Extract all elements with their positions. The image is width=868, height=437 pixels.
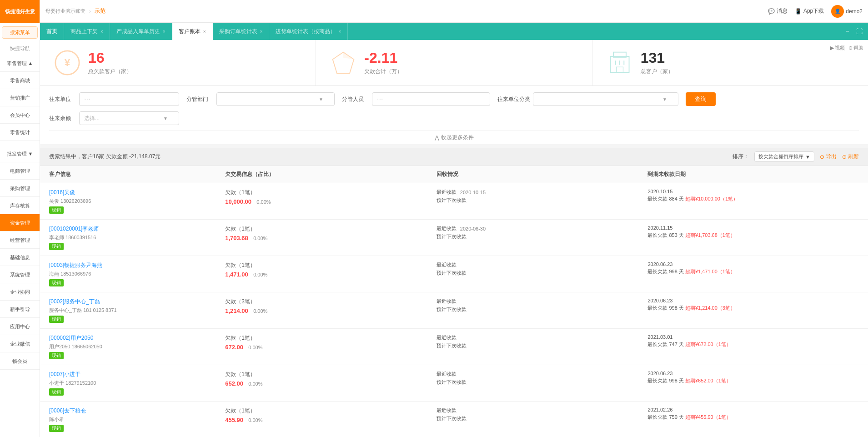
sidebar-item-app-center[interactable]: 应用中心 [0,318,40,335]
tab-customer-account[interactable]: 客户账本 × [172,23,213,40]
user-menu[interactable]: 👤 demo2 [831,5,863,18]
overdue-link-1[interactable]: 超期¥10,000.00（1笔） [685,196,738,201]
table-row: [000002]用户2050 用户2050 18665062050 现销 欠款（… [40,329,868,365]
building-icon [606,49,633,76]
stat-card-total: 131 总客户（家） ▶ 视频 ⊙ 帮助 [592,40,868,85]
main-area: 母婴行业演示账套 › 示范 💬 消息 📱 App下载 👤 demo2 [40,0,868,437]
svg-rect-9 [616,67,623,72]
sidebar-item-retail-stats[interactable]: 零售统计 [0,124,40,141]
unit-category-select[interactable]: ▼ [533,92,678,106]
sidebar-item-corp-collab[interactable]: 企业协同 [0,283,40,301]
overdue-link-7[interactable]: 超期¥455.90（1笔） [685,414,731,420]
from-unit-label: 往来单位 [49,95,76,103]
tab-inbound-stats[interactable]: 进货单统计表（按商品） × [269,23,348,40]
app-download-button[interactable]: 📱 App下载 [795,7,824,15]
sidebar-item-vip-member[interactable]: 畅会员 [0,352,40,370]
tab-customer-account-close[interactable]: × [203,29,206,34]
sort-select[interactable]: 按欠款金额倒序排序 ▼ [754,151,814,162]
minimize-button[interactable]: － [843,26,853,36]
col-header-date: 到期未收款日期 [647,171,859,178]
tab-home-label: 首页 [46,28,57,35]
overdue-link-4[interactable]: 超期¥1,214.00（3笔） [685,305,735,311]
customer-name-2[interactable]: [0001020001]李老师 [49,225,225,233]
sidebar-item-purchase-mgmt[interactable]: 采购管理 [0,180,40,197]
company-name: 母婴行业演示账套 [45,8,85,15]
sidebar-item-member[interactable]: 会员中心 [0,106,40,124]
sort-label: 排序： [733,153,749,161]
customer-tag-4: 现销 [49,316,64,323]
customer-phone-3: 海燕 18513066976 [49,271,225,277]
table-row: [0002]服务中心_丁磊 服务中心_丁磊 181 0125 8371 现销 欠… [40,292,868,329]
debt-amount-3: 1,471.00 [225,271,248,278]
customer-name-7[interactable]: [0006]去下粮仓 [49,407,225,415]
sidebar-item-finance[interactable]: 资金管理 [0,214,40,231]
customer-name-1[interactable]: [0016]吴俊 [49,189,225,196]
sidebar-item-warehouse[interactable]: 库存核算 [0,197,40,214]
balance-select[interactable]: 选择... ▼ [79,111,179,125]
sidebar-item-basic-info[interactable]: 基础信息 [0,249,40,266]
customer-phone-5: 用户2050 18665062050 [49,343,225,350]
tab-customer-account-label: 客户账本 [179,28,201,35]
date-info-3: 2020.06.23 最长欠款 998 天 超期¥1,471.00（1笔） [647,261,859,276]
collapse-icon: ⋀ [435,135,439,141]
maximize-button[interactable]: ⛶ [854,27,864,36]
sidebar-item-new-guide[interactable]: 新手引导 [0,301,40,318]
stat-label-debt: 欠款合计（万） [364,68,402,75]
quick-nav[interactable]: 快捷导航 [0,42,40,55]
tab-home[interactable]: 首页 [40,23,64,40]
tab-production[interactable]: 产成品入库单历史 × [110,23,172,40]
sidebar-item-batch-mgmt[interactable]: 批发管理 ▼ [0,145,40,162]
search-button[interactable]: 查询 [686,92,716,106]
customer-name-5[interactable]: [000002]用户2050 [49,334,225,342]
debt-count-1: 欠款（1笔） [225,189,437,196]
col-header-recovery: 回收情况 [437,171,648,178]
tab-products[interactable]: 商品上下架 × [64,23,110,40]
debt-percent-6: 0.00% [248,381,262,387]
sidebar-nav: 零售管理 ▲ 零售商城 营销推广 会员中心 零售统计 批发管理 ▼ 电商管理 [0,55,40,437]
collapse-button[interactable]: ⋀ 收起更多条件 [49,131,859,144]
tab-purchase-stats-close[interactable]: × [260,29,263,34]
sidebar-item-retail-mgmt[interactable]: 零售管理 ▲ [0,55,40,72]
export-button[interactable]: ⊙ 导出 [820,153,837,161]
overdue-link-6[interactable]: 超期¥652.00（1笔） [685,378,731,383]
sidebar-item-corp-wechat[interactable]: 企业微信 [0,335,40,352]
stat-card-debt: -2.11 欠款合计（万） [316,40,592,85]
tab-products-close[interactable]: × [100,29,103,34]
person-input[interactable]: ··· [372,92,490,106]
tab-inbound-stats-close[interactable]: × [338,29,341,34]
customer-name-4[interactable]: [0002]服务中心_丁磊 [49,298,225,306]
refresh-button[interactable]: ⊙ 刷新 [842,153,859,161]
from-unit-input[interactable]: ··· [79,92,179,106]
overdue-link-3[interactable]: 超期¥1,471.00（1笔） [685,269,735,274]
customer-tag-3: 现销 [49,279,64,286]
customer-phone-2: 李老师 18600391516 [49,234,225,241]
overdue-link-2[interactable]: 超期¥1,703.68（1笔） [685,232,735,238]
debt-amount-4: 1,214.00 [225,307,248,314]
tab-actions: － ⛶ [839,23,868,40]
sidebar-item-ecom-mgmt[interactable]: 电商管理 [0,162,40,180]
sidebar-item-ops-mgmt[interactable]: 经营管理 [0,231,40,249]
sidebar-item-retail-mall[interactable]: 零售商城 [0,72,40,89]
col-header-customer: 客户信息 [49,171,225,178]
customer-name-6[interactable]: [0007]小进干 [49,371,225,378]
tab-purchase-stats[interactable]: 采购订单统计表 × [213,23,270,40]
search-menu-button[interactable]: 搜索菜单 [2,26,38,39]
video-button[interactable]: ▶ 视频 [830,45,845,51]
debt-info-6: 欠款（1笔） 652.00 0.00% [225,371,437,387]
debt-info-4: 欠款（3笔） 1,214.00 0.00% [225,298,437,314]
tab-products-label: 商品上下架 [70,28,98,35]
message-button[interactable]: 💬 消息 [768,7,788,15]
help-button[interactable]: ⊙ 帮助 [848,45,863,51]
balance-chevron-icon: ▼ [163,116,168,121]
overdue-link-5[interactable]: 超期¥672.00（1笔） [685,342,731,347]
table-row: [0003]畅捷服务尹海燕 海燕 18513066976 现销 欠款（1笔） 1… [40,256,868,292]
tab-production-close[interactable]: × [163,29,166,34]
customer-name-3[interactable]: [0003]畅捷服务尹海燕 [49,261,225,269]
sidebar-item-sys-mgmt[interactable]: 系统管理 [0,266,40,283]
debt-percent-5: 0.00% [248,345,262,350]
sidebar-item-marketing[interactable]: 营销推广 [0,89,40,106]
debt-percent-7: 0.00% [248,417,262,423]
table-row: [0001020001]李老师 李老师 18600391516 现销 欠款（1笔… [40,220,868,256]
recovery-info-6: 最近收款 预计下次收款 [437,371,648,387]
dept-select[interactable]: ▼ [216,92,335,106]
